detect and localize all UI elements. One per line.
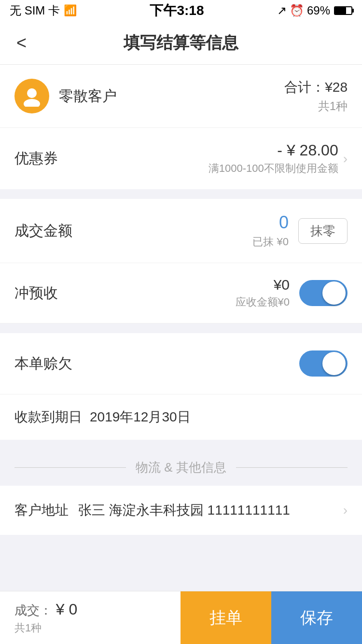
- prepayment-inner: 冲预收 ¥0 应收金额¥0: [0, 263, 362, 323]
- location-icon: ↗: [277, 4, 287, 17]
- deal-amount-inner: 成交金额 0 已抹 ¥0 抹零: [0, 199, 362, 263]
- address-value: 张三 海淀永丰科技园 11111111111: [78, 501, 290, 519]
- battery-percent: 69%: [307, 4, 330, 17]
- due-date-label: 收款到期日: [14, 408, 82, 426]
- bottom-bar: 成交： ¥ 0 共1种 挂单 保存: [0, 591, 362, 644]
- customer-count: 共1种: [284, 98, 348, 114]
- debt-row: 本单赊欠: [0, 333, 362, 394]
- coupon-desc: 满1000-100不限制使用金额: [209, 161, 338, 176]
- round-zero-button[interactable]: 抹零: [298, 218, 348, 244]
- deal-amount-sub: 已抹 ¥0: [252, 235, 289, 249]
- address-row[interactable]: 客户地址 张三 海淀永丰科技园 11111111111 ›: [0, 486, 362, 535]
- customer-row: 零散客户 合计：¥28 共1种: [0, 65, 362, 127]
- prepayment-sub: 应收金额¥0: [236, 295, 290, 309]
- customer-total: 合计：¥28: [284, 78, 348, 97]
- back-button[interactable]: <: [12, 28, 31, 58]
- nav-bar: < 填写结算等信息: [0, 21, 362, 65]
- deal-amount-value[interactable]: 0: [279, 212, 289, 232]
- customer-left: 零散客户: [14, 79, 117, 113]
- status-time: 下午3:18: [150, 1, 204, 20]
- address-section: 客户地址 张三 海淀永丰科技园 11111111111 ›: [0, 486, 362, 535]
- status-left: 无 SIM 卡 📶: [10, 3, 77, 18]
- svg-point-1: [24, 99, 40, 107]
- status-bar: 无 SIM 卡 📶 下午3:18 ↗ ⏰ 69%: [0, 0, 362, 21]
- debt-label: 本单赊欠: [14, 354, 72, 374]
- deal-amount-label: 成交金额: [14, 221, 72, 241]
- address-label: 客户地址: [14, 501, 69, 519]
- carrier-text: 无 SIM 卡: [10, 3, 60, 18]
- bottom-deal-row: 成交： ¥ 0: [14, 601, 166, 619]
- customer-right: 合计：¥28 共1种: [284, 78, 348, 114]
- debt-section: 本单赊欠 收款到期日 2019年12月30日: [0, 333, 362, 440]
- wifi-icon: 📶: [64, 4, 77, 17]
- bottom-deal-label: 成交：: [14, 603, 52, 617]
- divider-line-right: [236, 467, 348, 468]
- prepayment-label: 冲预收: [14, 283, 58, 303]
- bottom-deal-amount: ¥ 0: [56, 601, 77, 618]
- due-date-value: 2019年12月30日: [90, 408, 191, 426]
- deal-amount-right: 0 已抹 ¥0 抹零: [252, 212, 348, 249]
- save-button[interactable]: 保存: [271, 591, 362, 644]
- battery-icon: [334, 6, 352, 15]
- toggle-thumb: [322, 281, 346, 305]
- customer-name: 零散客户: [59, 86, 117, 106]
- coupon-right: - ¥ 28.00 满1000-100不限制使用金额 ›: [209, 141, 348, 176]
- svg-point-0: [27, 88, 37, 98]
- hang-order-button[interactable]: 挂单: [181, 591, 271, 644]
- coupon-label: 优惠券: [14, 149, 58, 168]
- page-title: 填写结算等信息: [124, 32, 238, 54]
- divider-line-left: [14, 467, 126, 468]
- alarm-icon: ⏰: [290, 4, 304, 17]
- prepayment-right: ¥0 应收金额¥0: [236, 277, 348, 309]
- coupon-row[interactable]: 优惠券 - ¥ 28.00 满1000-100不限制使用金额 ›: [0, 127, 362, 189]
- avatar-icon: [21, 85, 42, 107]
- logistics-divider: 物流 & 其他信息: [0, 449, 362, 486]
- coupon-amount: - ¥ 28.00: [209, 141, 338, 159]
- bottom-count: 共1种: [14, 621, 166, 635]
- deal-amount-section: 成交金额 0 已抹 ¥0 抹零 冲预收 ¥0 应收金额¥0: [0, 199, 362, 323]
- customer-section: 零散客户 合计：¥28 共1种 优惠券 - ¥ 28.00 满1000-100不…: [0, 65, 362, 189]
- bottom-summary: 成交： ¥ 0 共1种: [0, 601, 181, 635]
- status-right: ↗ ⏰ 69%: [277, 4, 352, 17]
- debt-toggle[interactable]: [299, 350, 348, 377]
- prepayment-amount: ¥0: [274, 277, 290, 293]
- coupon-info: - ¥ 28.00 满1000-100不限制使用金额: [209, 141, 338, 176]
- due-date-row: 收款到期日 2019年12月30日: [0, 394, 362, 440]
- debt-toggle-thumb: [322, 352, 346, 375]
- address-chevron-icon: ›: [343, 503, 348, 518]
- prepayment-row: 冲预收 ¥0 应收金额¥0: [0, 263, 362, 323]
- address-left: 客户地址 张三 海淀永丰科技园 11111111111: [14, 501, 290, 519]
- customer-avatar: [14, 79, 49, 113]
- prepayment-info: ¥0 应收金额¥0: [236, 277, 290, 309]
- prepayment-toggle[interactable]: [299, 280, 348, 306]
- logistics-text: 物流 & 其他信息: [126, 459, 236, 476]
- chevron-right-icon: ›: [343, 151, 348, 167]
- deal-amount-row: 成交金额 0 已抹 ¥0 抹零: [0, 199, 362, 263]
